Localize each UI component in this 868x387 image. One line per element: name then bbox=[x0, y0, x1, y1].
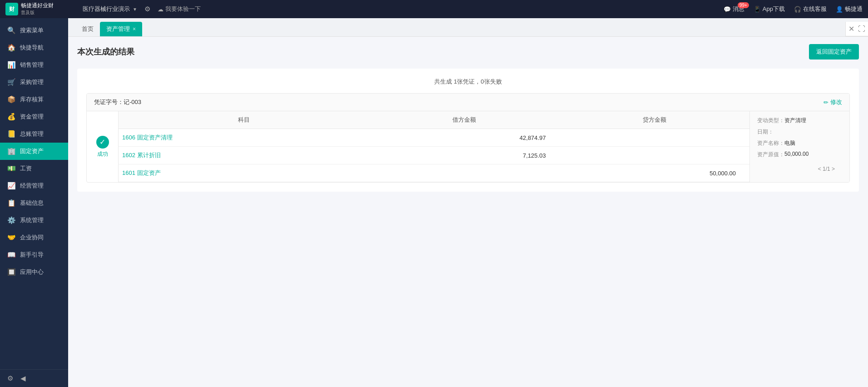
col-subject: 科目 bbox=[119, 111, 369, 129]
sidebar-icon-guide: 📖 bbox=[7, 251, 15, 259]
message-button[interactable]: 💬 消息 99+ bbox=[724, 5, 744, 13]
sidebar-label-basic-info: 基础信息 bbox=[20, 199, 44, 207]
sidebar-label-sales: 销售管理 bbox=[20, 61, 44, 69]
sidebar-icon-purchase: 🛒 bbox=[7, 78, 15, 86]
phone-icon: 📱 bbox=[754, 6, 761, 13]
sidebar-label-payroll: 工资 bbox=[20, 164, 32, 173]
change-type-label: 变动类型： bbox=[757, 117, 784, 124]
sidebar-item-finance[interactable]: 💰 资金管理 bbox=[0, 108, 68, 125]
topbar: 财 畅捷通好业财 普及版 医疗器械行业演示 ▼ ⚙ ☁ 我要体验一下 💬 消息 … bbox=[0, 0, 868, 18]
page-header: 本次生成的结果 返回固定资产 bbox=[77, 44, 859, 60]
tab-asset-mgmt[interactable]: 资产管理× bbox=[100, 22, 142, 36]
sidebar-settings-icon[interactable]: ⚙ bbox=[7, 374, 13, 382]
sidebar-collapse-icon[interactable]: ◀ bbox=[20, 374, 26, 382]
page-content: 本次生成的结果 返回固定资产 共生成 1张凭证，0张失败 凭证字号：记-003 … bbox=[68, 37, 868, 387]
headset-icon: 🎧 bbox=[794, 6, 801, 13]
topbar-center: 医疗器械行业演示 ▼ ⚙ ☁ 我要体验一下 bbox=[74, 5, 724, 13]
check-icon: ✓ bbox=[96, 136, 109, 149]
row-credit bbox=[560, 147, 749, 164]
side-info-asset-name: 资产名称： 电脑 bbox=[757, 139, 842, 147]
app-logo: 财 畅捷通好业财 普及版 bbox=[5, 2, 74, 16]
settings-icon[interactable]: ⚙ bbox=[144, 5, 150, 13]
col-credit: 贷方金额 bbox=[560, 111, 749, 129]
service-label: 在线客服 bbox=[803, 5, 827, 13]
sidebar-item-app-center[interactable]: 🔲 应用中心 bbox=[0, 263, 68, 281]
sidebar-icon-quick-nav: 🏠 bbox=[7, 44, 15, 52]
voucher-main-table: 科目 借方金额 贷方金额 1606 固定资产清理 42,874.97 1602 … bbox=[119, 111, 749, 182]
sidebar-icon-basic-info: 📋 bbox=[7, 199, 15, 207]
voucher-header: 凭证字号：记-003 ✏ 修改 bbox=[87, 94, 849, 111]
voucher-table: ✓ 成功 科目 借方金额 bbox=[87, 111, 849, 182]
original-value-value: 50,000.00 bbox=[784, 151, 808, 157]
user-menu[interactable]: 👤 畅捷通 bbox=[836, 5, 863, 13]
sidebar-item-sales[interactable]: 📊 销售管理 bbox=[0, 56, 68, 74]
sidebar-label-app-center: 应用中心 bbox=[20, 268, 44, 276]
tab-label-home: 首页 bbox=[82, 25, 94, 32]
row-credit bbox=[560, 129, 749, 147]
original-value-label: 资产原值： bbox=[757, 151, 784, 159]
voucher-block: 凭证字号：记-003 ✏ 修改 ✓ bbox=[86, 93, 850, 183]
sidebar-label-search: 搜索菜单 bbox=[20, 26, 44, 35]
row-subject: 1602 累计折旧 bbox=[119, 147, 369, 164]
sidebar-label-guide: 新手引导 bbox=[20, 251, 44, 259]
row-debit: 42,874.97 bbox=[369, 129, 559, 147]
success-text: 成功 bbox=[97, 150, 108, 158]
sidebar-label-purchase: 采购管理 bbox=[20, 78, 44, 86]
asset-name-value: 电脑 bbox=[784, 139, 795, 147]
project-selector[interactable]: 医疗器械行业演示 ▼ bbox=[83, 5, 137, 13]
sidebar-label-finance: 资金管理 bbox=[20, 113, 44, 121]
tab-bar: 首页资产管理× bbox=[68, 18, 868, 37]
online-service-button[interactable]: 🎧 在线客服 bbox=[794, 5, 827, 13]
result-summary: 共生成 1张凭证，0张失败 bbox=[86, 78, 850, 86]
sidebar-icon-payroll: 💵 bbox=[7, 164, 15, 173]
tab-close-asset-mgmt[interactable]: × bbox=[133, 26, 136, 32]
sidebar-icon-enterprise: 🤝 bbox=[7, 233, 15, 242]
page-title: 本次生成的结果 bbox=[77, 46, 134, 57]
row-debit: 7,125.03 bbox=[369, 147, 559, 164]
sidebar-label-operations: 经营管理 bbox=[20, 182, 44, 190]
sidebar-item-system[interactable]: ⚙️ 系统管理 bbox=[0, 212, 68, 229]
result-panel: 共生成 1张凭证，0张失败 凭证字号：记-003 ✏ 修改 bbox=[77, 69, 859, 192]
sidebar-icon-inventory: 📦 bbox=[7, 95, 15, 104]
sidebar-item-general-ledger[interactable]: 📒 总账管理 bbox=[0, 125, 68, 143]
sidebar-icon-fixed-assets: 🏢 bbox=[7, 147, 15, 155]
sidebar-item-payroll[interactable]: 💵 工资 bbox=[0, 160, 68, 177]
experience-button[interactable]: ☁ 我要体验一下 bbox=[158, 5, 201, 13]
main-layout: 🔍 搜索菜单 🏠 快捷导航 📊 销售管理 🛒 采购管理 📦 库存核算 💰 资金管… bbox=[0, 18, 868, 387]
sidebar-item-basic-info[interactable]: 📋 基础信息 bbox=[0, 194, 68, 212]
logo-text: 畅捷通好业财 bbox=[21, 2, 54, 10]
side-info-date: 日期： bbox=[757, 128, 842, 136]
sidebar-item-fixed-assets[interactable]: 🏢 固定资产 bbox=[0, 143, 68, 160]
sidebar-item-search[interactable]: 🔍 搜索菜单 bbox=[0, 22, 68, 39]
sidebar-item-quick-nav[interactable]: 🏠 快捷导航 bbox=[0, 39, 68, 56]
side-info-original-value: 资产原值： 50,000.00 bbox=[757, 151, 842, 159]
logo-sub: 普及版 bbox=[21, 10, 54, 16]
sidebar-item-guide[interactable]: 📖 新手引导 bbox=[0, 246, 68, 263]
edit-icon: ✏ bbox=[823, 99, 828, 106]
sidebar-label-quick-nav: 快捷导航 bbox=[20, 44, 44, 52]
sidebar-item-purchase[interactable]: 🛒 采购管理 bbox=[0, 74, 68, 91]
voucher-pagination[interactable]: < 1/1 > bbox=[757, 162, 842, 176]
sidebar-item-inventory[interactable]: 📦 库存核算 bbox=[0, 91, 68, 108]
project-arrow-icon: ▼ bbox=[133, 7, 137, 12]
col-debit: 借方金额 bbox=[369, 111, 559, 129]
sidebar-label-enterprise: 企业协同 bbox=[20, 233, 44, 242]
app-download-label: App下载 bbox=[763, 5, 785, 13]
sidebar-icon-app-center: 🔲 bbox=[7, 268, 15, 276]
row-subject: 1601 固定资产 bbox=[119, 164, 369, 182]
app-download-button[interactable]: 📱 App下载 bbox=[754, 5, 785, 13]
panel-close-icon[interactable]: ✕ bbox=[848, 25, 854, 33]
success-indicator: ✓ 成功 bbox=[96, 127, 109, 167]
project-name: 医疗器械行业演示 bbox=[83, 5, 130, 13]
sidebar-icon-sales: 📊 bbox=[7, 61, 15, 69]
message-icon: 💬 bbox=[724, 6, 731, 13]
sidebar-label-general-ledger: 总账管理 bbox=[20, 130, 44, 138]
back-to-assets-button[interactable]: 返回固定资产 bbox=[809, 44, 859, 60]
tab-home[interactable]: 首页 bbox=[75, 22, 100, 36]
logo-icon: 财 bbox=[5, 3, 18, 15]
panel-expand-icon[interactable]: ⛶ bbox=[858, 25, 865, 33]
sidebar-item-operations[interactable]: 📈 经营管理 bbox=[0, 177, 68, 194]
sidebar-label-fixed-assets: 固定资产 bbox=[20, 147, 44, 155]
sidebar-item-enterprise[interactable]: 🤝 企业协同 bbox=[0, 229, 68, 246]
voucher-edit-button[interactable]: ✏ 修改 bbox=[823, 98, 842, 106]
